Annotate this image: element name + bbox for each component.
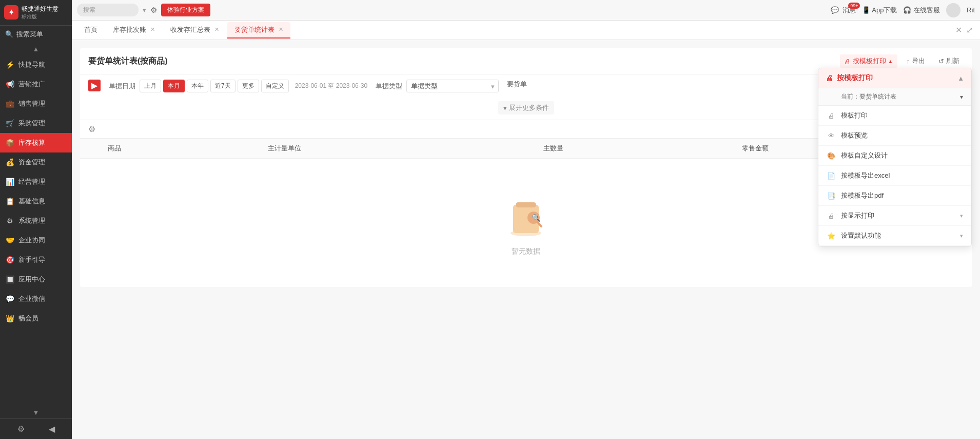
current-chevron-icon: ▾: [960, 93, 963, 101]
export-pdf-icon: 📑: [827, 192, 836, 200]
chevron-up-icon: ▲: [888, 59, 893, 64]
sidebar-item-member[interactable]: 👑 畅会员: [0, 309, 72, 328]
logo-icon: ✦: [4, 5, 18, 20]
date-btn-this-year[interactable]: 本年: [187, 80, 208, 92]
sidebar-item-wechat[interactable]: 💬 企业微信: [0, 289, 72, 309]
online-service-button[interactable]: 🎧 在线客服: [903, 6, 940, 15]
date-filter: 单据日期 上月 本月 本年 近7天 更多 自定义 2023-06-01 至 20…: [109, 80, 367, 92]
tab-receipt-summary[interactable]: 收发存汇总表 ✕: [163, 22, 226, 39]
dropdown-display-print[interactable]: 🖨 按显示打印 ▾: [818, 206, 971, 226]
chevron-up-icon: ▲: [957, 74, 964, 82]
display-print-icon: 🖨: [827, 212, 836, 220]
svg-text:🔍: 🔍: [532, 214, 541, 222]
dropdown-printer-icon: 🖨: [826, 74, 833, 82]
sidebar-item-operation[interactable]: 📊 经营管理: [0, 172, 72, 192]
inventory-icon: 📦: [5, 139, 14, 147]
dropdown-header: 🖨 按模板打印 ▲: [818, 68, 971, 88]
print-template-button[interactable]: 🖨 按模板打印 ▲: [840, 54, 897, 68]
dropdown-export-pdf[interactable]: 📑 按模板导出pdf: [818, 186, 971, 206]
scroll-up-button[interactable]: ▲: [0, 43, 72, 55]
marketing-icon: 📢: [5, 80, 14, 88]
display-print-chevron-icon: ▾: [960, 213, 963, 219]
main-area: 搜索 ▾ ⚙ 体验行业方案 💬 99+ 消息 📱 App下载 🎧 在线客服 Ri…: [72, 0, 980, 439]
refresh-icon: ↺: [938, 58, 944, 65]
settings-icon[interactable]: ⚙: [17, 424, 25, 434]
date-btn-this-month[interactable]: 本月: [163, 80, 185, 92]
dropdown-template-preview[interactable]: 👁 模板预览: [818, 126, 971, 146]
dropdown-set-default[interactable]: ⭐ 设置默认功能 ▾: [818, 226, 971, 246]
expand-more-button[interactable]: ▾ 展开更多条件: [498, 101, 554, 114]
sidebar: ✦ 畅捷通好生意 标准版 🔍 搜索菜单 ▲ ⚡ 快捷导航 📢 营销推广 💼 销售…: [0, 0, 72, 439]
date-label: 单据日期: [109, 82, 135, 91]
system-icon: ⚙: [5, 217, 14, 225]
guide-icon: 🎯: [5, 256, 14, 264]
sidebar-item-guide[interactable]: 🎯 新手引导: [0, 250, 72, 270]
industry-solution-button[interactable]: 体验行业方案: [161, 4, 210, 16]
message-icon: 💬: [831, 6, 839, 14]
col-settings: [80, 139, 101, 159]
template-print-icon: 🖨: [827, 112, 836, 120]
tab-close-order-stats[interactable]: ✕: [279, 26, 283, 33]
sidebar-item-inventory[interactable]: 📦 库存核算: [0, 133, 72, 152]
tab-home[interactable]: 首页: [77, 22, 105, 39]
export-button[interactable]: ↑ 导出: [903, 54, 930, 68]
date-btn-last-month[interactable]: 上月: [140, 80, 161, 92]
date-btn-custom[interactable]: 自定义: [261, 80, 289, 92]
purchase-icon: 🛒: [5, 119, 14, 127]
close-window-button[interactable]: ✕: [953, 25, 964, 35]
order-type-select-wrapper: 单据类型: [406, 80, 499, 92]
filter-expand-icon[interactable]: ▶: [88, 80, 101, 91]
template-design-icon: 🎨: [827, 152, 836, 160]
sidebar-item-finance[interactable]: 💰 资金管理: [0, 152, 72, 172]
sidebar-item-system[interactable]: ⚙ 系统管理: [0, 211, 72, 231]
date-buttons: 上月 本月 本年 近7天 更多 自定义: [140, 80, 289, 92]
tabs-window-controls: ✕ ⤢: [953, 25, 975, 35]
col-unit: 主计量单位: [261, 139, 536, 159]
tab-inventory-batch[interactable]: 库存批次账 ✕: [106, 22, 162, 39]
order-type-filter: 单据类型 单据类型: [376, 80, 499, 92]
date-btn-more[interactable]: 更多: [238, 80, 259, 92]
search-menu-button[interactable]: 🔍 搜索菜单: [0, 26, 72, 43]
avatar[interactable]: [946, 3, 961, 17]
refresh-button[interactable]: ↺ 刷新: [934, 54, 964, 68]
export-icon: ↑: [907, 58, 910, 65]
dropdown-template-print[interactable]: 🖨 模板打印: [818, 106, 971, 126]
order-goods-filter: 要货单: [507, 80, 527, 89]
sidebar-item-sales[interactable]: 💼 销售管理: [0, 94, 72, 113]
dropdown-template-design[interactable]: 🎨 模板自定义设计: [818, 146, 971, 166]
collapse-sidebar-button[interactable]: ◀: [49, 424, 55, 434]
messages-button[interactable]: 💬 99+ 消息: [831, 6, 856, 15]
dropdown-current-template[interactable]: 当前：要货单统计表 ▾: [818, 88, 971, 106]
sidebar-item-collab[interactable]: 🤝 企业协同: [0, 231, 72, 250]
app-download-button[interactable]: 📱 App下载: [862, 6, 897, 15]
basic-icon: 📋: [5, 197, 14, 205]
date-btn-7days[interactable]: 近7天: [210, 80, 236, 92]
topbar-gear-icon[interactable]: ⚙: [150, 6, 157, 15]
expand-window-button[interactable]: ⤢: [964, 25, 975, 35]
sidebar-item-basic[interactable]: 📋 基础信息: [0, 192, 72, 211]
sidebar-item-quick-nav[interactable]: ⚡ 快捷导航: [0, 55, 72, 74]
table-settings-icon[interactable]: ⚙: [88, 124, 95, 134]
sidebar-nav: ⚡ 快捷导航 📢 营销推广 💼 销售管理 🛒 采购管理 📦 库存核算 💰 资金管…: [0, 55, 72, 407]
dropdown-export-excel[interactable]: 📄 按模板导出excel: [818, 166, 971, 186]
logo-text: 畅捷通好生意 标准版: [22, 5, 58, 20]
appstore-icon: 🔲: [5, 275, 14, 283]
set-default-chevron-icon: ▾: [960, 233, 963, 239]
export-excel-icon: 📄: [827, 172, 836, 180]
tab-order-stats[interactable]: 要货单统计表 ✕: [227, 22, 290, 39]
content-area: 要货单统计表(按商品) 🖨 按模板打印 ▲ ↑ 导出 ↺ 刷新: [72, 40, 980, 439]
sidebar-bottom: ⚙ ◀: [0, 418, 72, 439]
order-type-select[interactable]: 单据类型: [406, 80, 499, 92]
sidebar-item-purchase[interactable]: 🛒 采购管理: [0, 113, 72, 133]
tabs-bar: 首页 库存批次账 ✕ 收发存汇总表 ✕ 要货单统计表 ✕ ✕ ⤢: [72, 21, 980, 40]
topbar-dropdown-arrow[interactable]: ▾: [143, 6, 146, 14]
expand-icon[interactable]: ▶: [88, 80, 101, 91]
printer-icon: 🖨: [844, 58, 851, 65]
scroll-down-button[interactable]: ▼: [0, 407, 72, 418]
tab-close-receipt-summary[interactable]: ✕: [214, 26, 219, 33]
sidebar-item-marketing[interactable]: 📢 营销推广: [0, 74, 72, 94]
sidebar-item-appstore[interactable]: 🔲 应用中心: [0, 270, 72, 289]
dropdown-close-button[interactable]: ▲: [957, 74, 964, 82]
topbar: 搜索 ▾ ⚙ 体验行业方案 💬 99+ 消息 📱 App下载 🎧 在线客服 Ri…: [72, 0, 980, 21]
tab-close-inventory-batch[interactable]: ✕: [150, 26, 155, 33]
